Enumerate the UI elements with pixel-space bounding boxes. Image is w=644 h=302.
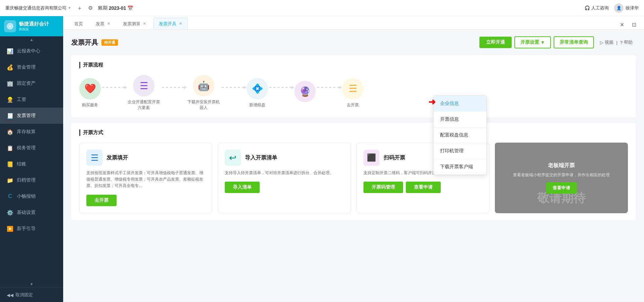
tab-fapiao-label: 发票 (96, 21, 104, 27)
gear2-icon: ⚙️ (7, 209, 13, 216)
step-label-4: 新增税盘 (249, 102, 265, 108)
user-menu[interactable]: 👤 徐泽华 (614, 3, 639, 13)
sidebar-item-yunbaobiao[interactable]: 📊 云报表中心 (0, 43, 63, 59)
method-card-daoru: ↩ 导入开票清单 支持导入待开票清单，可对待开票清单进行拆分、合并处理。 导入清… (218, 143, 351, 213)
laobanduan-desc: 查看老板端小程序提交的开票申请，并作出相应的处理 (513, 172, 610, 178)
saoma-buttons: 开票码管理 查看申请 (363, 182, 482, 193)
tab-bar-end: ✕ ⊡ (617, 20, 639, 29)
sidebar-item-jiezhang[interactable]: 📒 结账 (0, 156, 63, 172)
sidebar-label-gudingzichan: 固定资产 (17, 80, 36, 86)
saoma-apply-button[interactable]: 查看申请 (406, 182, 441, 193)
dropdown-item-peizhi[interactable]: 配置税盘信息 (433, 127, 486, 143)
logo-area: 畅捷通好会计 旗舰版 (0, 16, 63, 36)
close-window-button[interactable]: ✕ (617, 20, 627, 29)
query-button[interactable]: 异常清单查询 (554, 36, 594, 48)
step-label-1: 购买服务 (82, 102, 98, 108)
flow-arrow-5 (317, 87, 341, 88)
sidebar-item-shuiwu[interactable]: 📋 税务管理 (0, 140, 63, 156)
sidebar-label-kucun: 库存核算 (17, 129, 36, 135)
sidebar-label-xiaochang: 小畅报销 (17, 193, 36, 199)
method-card-tiankao: ☰ 发票填开 支持按照发票样式手工填开发票；可开具增值税电子普通发票、增值税普通… (79, 143, 212, 213)
sidebar-label-xinshou: 新手引导 (17, 226, 36, 232)
dropdown-item-kaipiaoinfo[interactable]: 开票信息 (433, 112, 486, 127)
sidebar-scroll-up[interactable]: ▲ (0, 36, 63, 43)
main-layout: 畅捷通好会计 旗舰版 ▲ 📊 云报表中心 💰 资金管理 🏢 固定资产 👷 工资 (0, 16, 644, 302)
step-icon-4: 💠 (247, 78, 268, 100)
tab-fapiaocesuan-close[interactable]: ✕ (143, 22, 146, 26)
calendar-icon[interactable]: 📅 (127, 5, 133, 11)
step-label-3: 下载并安装开票机器人 (187, 99, 220, 111)
flow-arrow-1 (102, 87, 126, 88)
sidebar-scroll: 📊 云报表中心 💰 资金管理 🏢 固定资产 👷 工资 🧾 发票管理 🏠 (0, 43, 63, 281)
building-icon: 🏢 (7, 80, 13, 87)
tiankao-go-button[interactable]: 去开票 (86, 195, 117, 206)
sidebar-item-guidang[interactable]: 📁 归档管理 (0, 172, 63, 188)
tab-home[interactable]: 首页 (69, 18, 89, 29)
sidebar-item-zijin[interactable]: 💰 资金管理 (0, 59, 63, 75)
methods-section: 开票方式 ☰ 发票填开 支持按照发票样式手工填开发票；可开具增值税电子普通发票、… (71, 123, 636, 220)
method-tiankao-desc: 支持按照发票样式手工填开发票；可开具增值税电子普通发票、增值税普通发票、增值税专… (86, 170, 205, 189)
dropdown-item-qiyeinfo[interactable]: 企业信息 (433, 96, 486, 111)
sidebar-item-kucun[interactable]: 🏠 库存核算 (0, 124, 63, 140)
logo-icon (4, 20, 16, 32)
method-tiankao-icon: ☰ (86, 150, 102, 166)
tab-fapiao[interactable]: 发票 ✕ (90, 18, 116, 29)
laobanduan-apply-button[interactable]: 查看申请 (546, 182, 577, 194)
invoice-icon: 🧾 (7, 112, 13, 119)
top-bar: 重庆畅捷交通信息咨询有限公司 ▼ ＋ ⚙ 账期 2023-01 📅 🎧 人工咨询… (0, 0, 644, 16)
tab-fapiaocesuan[interactable]: 发票测算 ✕ (117, 18, 152, 29)
daoru-import-button[interactable]: 导入清单 (225, 182, 260, 193)
flow-step-5: 🔮 (294, 81, 316, 105)
add-button[interactable]: ＋ (77, 4, 83, 12)
sidebar-item-fapiao[interactable]: 🧾 发票管理 (0, 108, 63, 124)
maximize-window-button[interactable]: ⊡ (629, 20, 639, 29)
worker-icon: 👷 (7, 96, 13, 103)
sidebar-item-gongzi[interactable]: 👷 工资 (0, 91, 63, 108)
step-icon-1: ❤️ (79, 78, 101, 100)
top-right-area: 🎧 人工咨询 👤 徐泽华 (585, 3, 639, 13)
status-badge: 待开通 (101, 39, 118, 46)
tab-fapiaokaju[interactable]: 发票开具 ✕ (153, 18, 188, 29)
play-icon: ▷ (600, 40, 603, 45)
settings-gear-icon[interactable]: ⚙ (88, 5, 93, 11)
tab-bar: 首页 发票 ✕ 发票测算 ✕ 发票开具 ✕ ✕ ⊡ (63, 16, 644, 30)
sidebar-bottom-action[interactable]: ◀◀ 取消固定 (0, 288, 63, 302)
svg-point-1 (9, 25, 11, 27)
page-content: 发票开具 待开通 立即开通 开票设置 ▼ 异常清单查询 ▷ 视频 | ? (63, 30, 644, 302)
sidebar-item-xiaochang[interactable]: C 小畅报销 (0, 188, 63, 204)
period-value: 2023-01 (109, 5, 126, 11)
tab-fapiaocesuan-label: 发票测算 (123, 21, 140, 27)
tab-fapiao-close[interactable]: ✕ (107, 22, 110, 26)
period-display: 账期 2023-01 📅 (98, 5, 133, 11)
store-icon: 🏠 (7, 128, 13, 135)
period-label: 账期 (98, 5, 108, 11)
archive-icon: 📁 (7, 177, 13, 184)
dropdown-item-printer[interactable]: 打印机管理 (433, 143, 486, 159)
promo-icon: C (7, 193, 13, 200)
video-button[interactable]: ▷ 视频 | ? 帮助 (597, 37, 636, 48)
method-tiankao-title: 发票填开 (106, 154, 128, 161)
support-button[interactable]: 🎧 人工咨询 (585, 5, 609, 11)
chevron-down-icon: ▼ (68, 6, 71, 10)
sidebar-item-gudingzichan[interactable]: 🏢 固定资产 (0, 75, 63, 91)
sidebar-scroll-down[interactable]: ▼ (0, 281, 63, 288)
flow-steps: ❤️ 购买服务 ☰ 企业开通配置开票六要素 🤖 下载并安装开票机器人 (79, 75, 628, 111)
settings-button[interactable]: 开票设置 ▼ (514, 36, 551, 48)
page-header: 发票开具 待开通 立即开通 开票设置 ▼ 异常清单查询 ▷ 视频 | ? (71, 36, 636, 48)
dropdown-item-download[interactable]: 下载开票客户端 (433, 159, 486, 175)
step-icon-6: ☰ (342, 78, 363, 100)
sidebar-label-yunbaobiao: 云报表中心 (17, 48, 40, 54)
sidebar-item-xinshou[interactable]: ▶️ 新手引导 (0, 221, 63, 237)
tab-fapiaokaju-close[interactable]: ✕ (179, 22, 182, 26)
guide-icon: ▶️ (7, 225, 13, 232)
step-icon-3: 🤖 (193, 75, 214, 97)
sidebar: 畅捷通好会计 旗舰版 ▲ 📊 云报表中心 💰 资金管理 🏢 固定资产 👷 工资 (0, 16, 63, 302)
method-daoru-icon: ↩ (225, 150, 241, 166)
sidebar-label-fapiao: 发票管理 (17, 113, 36, 119)
method-daoru-header: ↩ 导入开票清单 (225, 150, 344, 166)
methods-grid: ☰ 发票填开 支持按照发票样式手工填开发票；可开具增值税电子普通发票、增值税普通… (79, 143, 628, 213)
saoma-code-button[interactable]: 开票码管理 (363, 182, 403, 193)
sidebar-item-jichushezhi[interactable]: ⚙️ 基础设置 (0, 204, 63, 221)
company-selector[interactable]: 重庆畅捷交通信息咨询有限公司 ▼ (5, 5, 71, 11)
activate-button[interactable]: 立即开通 (479, 37, 512, 48)
